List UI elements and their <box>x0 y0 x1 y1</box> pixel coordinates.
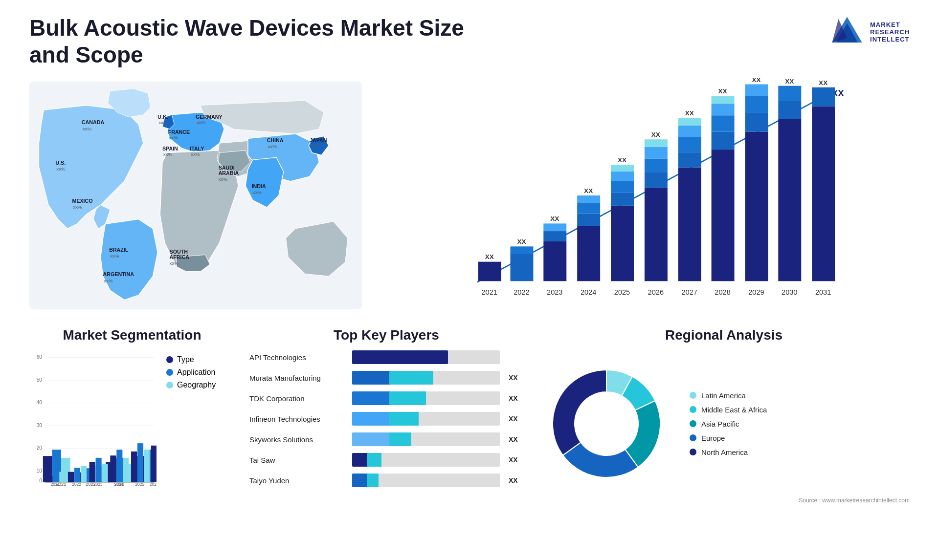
svg-text:xx%: xx% <box>73 205 82 210</box>
svg-text:20: 20 <box>37 446 43 451</box>
svg-rect-151 <box>151 446 156 482</box>
player-bar <box>352 432 500 446</box>
svg-rect-73 <box>678 137 701 152</box>
player-value: XX <box>509 476 523 484</box>
growth-bar-chart: XX XX 2021 XX 2022 XX 2023 <box>381 78 910 313</box>
svg-text:2023: 2023 <box>547 289 562 297</box>
svg-text:2024: 2024 <box>114 482 124 487</box>
regional-area: Regional Analysis Latin America Middle E… <box>538 327 910 523</box>
segmentation-title: Market Segmentation <box>29 327 235 343</box>
svg-rect-48 <box>543 224 566 232</box>
svg-rect-47 <box>543 231 566 241</box>
svg-rect-67 <box>645 147 668 159</box>
svg-rect-68 <box>645 140 668 148</box>
player-bar-fill-dark <box>352 350 448 364</box>
svg-rect-52 <box>577 214 600 226</box>
player-value: XX <box>509 415 523 423</box>
legend-geography: Geography <box>166 381 216 389</box>
svg-rect-97 <box>812 87 835 107</box>
svg-rect-60 <box>611 172 634 181</box>
svg-text:2021: 2021 <box>481 289 497 297</box>
svg-rect-135 <box>68 472 74 482</box>
players-container: API Technologies Murata Manufacturing XX… <box>249 350 523 487</box>
svg-rect-96 <box>812 107 835 281</box>
svg-text:XX: XX <box>685 110 694 117</box>
header: Bulk Acoustic Wave Devices Market Size a… <box>29 15 910 68</box>
svg-rect-64 <box>645 188 668 281</box>
regional-label: Europe <box>701 434 725 442</box>
player-row: Tai Saw XX <box>249 453 523 467</box>
svg-rect-46 <box>543 241 566 281</box>
svg-text:2022: 2022 <box>514 289 529 297</box>
svg-text:2023: 2023 <box>93 482 103 487</box>
svg-rect-74 <box>678 126 701 137</box>
svg-rect-66 <box>645 159 668 172</box>
svg-rect-139 <box>89 462 95 483</box>
svg-rect-57 <box>611 206 634 281</box>
svg-text:JAPAN: JAPAN <box>310 138 327 144</box>
svg-text:2029: 2029 <box>748 289 764 297</box>
player-value: XX <box>509 456 523 464</box>
svg-text:60: 60 <box>37 355 43 360</box>
svg-text:xx%: xx% <box>104 278 113 283</box>
player-bar <box>352 391 500 405</box>
player-bar-fill-light <box>389 371 434 385</box>
regional-label: Asia Pacific <box>701 420 739 428</box>
player-name: Skyworks Solutions <box>249 435 347 444</box>
svg-rect-132 <box>53 474 59 483</box>
segmentation-chart: 60 50 40 30 20 10 0 <box>29 350 156 487</box>
player-value: XX <box>509 394 523 402</box>
svg-rect-61 <box>611 165 634 172</box>
player-name: Taiyo Yuden <box>249 476 347 485</box>
legend-type-dot <box>166 356 173 363</box>
svg-text:2031: 2031 <box>815 289 831 297</box>
logo-text: MARKET RESEARCH INTELLECT <box>870 21 910 43</box>
top-section: CANADA xx% U.S. xx% MEXICO xx% BRAZIL xx… <box>29 78 910 313</box>
svg-text:xx%: xx% <box>311 144 320 149</box>
svg-rect-140 <box>96 458 102 482</box>
svg-text:2022: 2022 <box>72 482 81 487</box>
svg-rect-85 <box>745 132 768 281</box>
svg-text:30: 30 <box>37 423 43 428</box>
regional-dot <box>690 406 696 413</box>
svg-rect-39 <box>478 262 501 281</box>
svg-text:xx%: xx% <box>56 167 66 172</box>
svg-text:CANADA: CANADA <box>82 120 105 126</box>
regional-legend-item: Middle East & Africa <box>690 406 767 414</box>
svg-text:XX: XX <box>718 88 727 95</box>
svg-text:CHINA: CHINA <box>267 138 284 144</box>
svg-text:2021: 2021 <box>51 482 60 487</box>
regional-legend-item: North America <box>690 448 767 456</box>
player-name: Murata Manufacturing <box>249 374 347 382</box>
regional-title: Regional Analysis <box>538 327 910 343</box>
legend-geography-label: Geography <box>177 381 216 389</box>
svg-rect-51 <box>577 226 600 281</box>
bar-chart-area: XX XX 2021 XX 2022 XX 2023 <box>381 78 910 313</box>
svg-rect-42 <box>510 254 533 281</box>
svg-text:xx%: xx% <box>110 254 119 259</box>
player-bar <box>352 371 500 385</box>
legend-type-label: Type <box>177 355 194 364</box>
regional-label: North America <box>701 448 748 456</box>
svg-text:xx%: xx% <box>197 120 206 126</box>
svg-rect-145 <box>123 458 129 482</box>
player-bar <box>352 350 500 364</box>
donut-chart <box>538 355 675 492</box>
svg-rect-59 <box>611 181 634 193</box>
bottom-section: Market Segmentation 60 50 40 30 20 10 0 <box>29 327 910 523</box>
logo-area: MARKET RESEARCH INTELLECT <box>830 15 910 49</box>
legend-application-label: Application <box>177 368 215 377</box>
player-name: Infineon Technologies <box>249 415 347 423</box>
world-map-svg: CANADA xx% U.S. xx% MEXICO xx% BRAZIL xx… <box>29 78 362 313</box>
svg-rect-78 <box>712 150 735 281</box>
svg-text:xx%: xx% <box>170 260 179 266</box>
svg-text:XX: XX <box>584 187 593 194</box>
segmentation-legend: Type Application Geography <box>166 355 216 389</box>
regional-dot <box>690 420 696 427</box>
svg-text:0: 0 <box>39 478 42 483</box>
svg-text:2027: 2027 <box>682 289 697 297</box>
svg-rect-147 <box>131 452 137 482</box>
map-container: CANADA xx% U.S. xx% MEXICO xx% BRAZIL xx… <box>29 78 362 313</box>
svg-text:xx%: xx% <box>219 176 228 182</box>
svg-text:ARGENTINA: ARGENTINA <box>103 272 134 278</box>
